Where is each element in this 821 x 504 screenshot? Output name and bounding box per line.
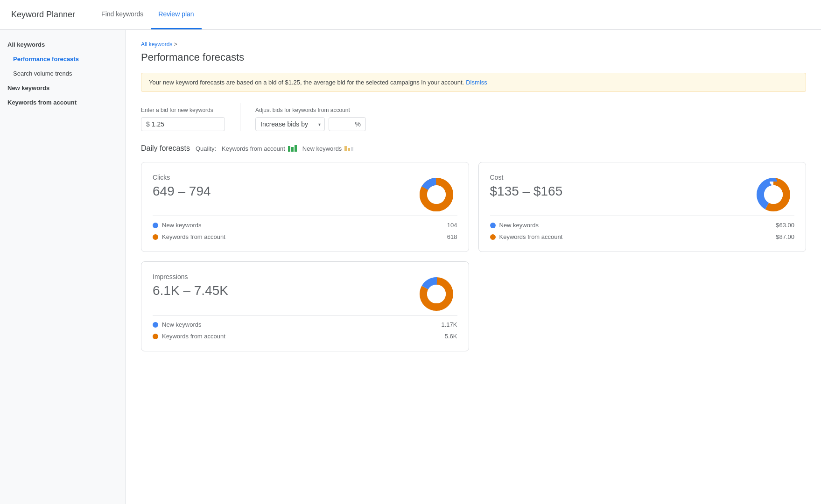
legend-new-bar-3 [351,147,353,151]
adjust-bid-label: Adjust bids for keywords from account [255,107,366,113]
sidebar-section-keywords-from-account[interactable]: Keywords from account [0,95,126,110]
sidebar-item-search-volume-trends[interactable]: Search volume trends [0,66,126,81]
sidebar-item-performance-forecasts[interactable]: Performance forecasts [0,52,126,66]
dot-orange-impressions-account [153,334,158,339]
percent-suffix: % [355,120,361,128]
bid-controls: Enter a bid for new keywords $ Adjust bi… [141,103,806,131]
cost-donut-svg [752,174,794,216]
cost-legend-left-account: Keywords from account [490,233,563,240]
cost-legend-row-account: Keywords from account $87.00 [490,233,795,240]
impressions-legend-left-new: New keywords [153,321,202,328]
impressions-donut-svg [415,273,457,315]
svg-point-3 [427,185,446,204]
svg-point-9 [427,285,446,303]
header-nav: Find keywords Review plan [94,0,202,29]
clicks-account-value: 618 [447,233,457,240]
clicks-label: Clicks [153,174,211,181]
quality-label: Quality: [196,145,216,152]
percent-input-wrapper: % [329,117,366,131]
impressions-account-value: 5.6K [445,333,457,340]
daily-forecasts-header: Daily forecasts Quality: Keywords from a… [141,144,806,153]
impressions-donut [415,273,457,315]
legend-bar-3 [295,145,297,152]
clicks-legend: New keywords 104 Keywords from account 6… [153,216,457,240]
new-keywords-bid-input[interactable] [152,120,220,128]
clicks-legend-left-new: New keywords [153,222,202,229]
legend-new-bar-2 [348,148,350,151]
app-title: Keyword Planner [11,10,75,20]
alert-banner: Your new keyword forecasts are based on … [141,73,806,92]
impressions-value: 6.1K – 7.45K [153,283,228,298]
cost-card-info: Cost $135 – $165 [490,174,563,208]
clicks-legend-row-new: New keywords 104 [153,222,457,229]
impressions-label: Impressions [153,273,228,280]
impressions-legend-row-new: New keywords 1.17K [153,321,457,328]
impressions-legend-row-account: Keywords from account 5.6K [153,333,457,340]
sidebar-section-new-keywords[interactable]: New keywords [0,81,126,95]
clicks-legend-row-account: Keywords from account 618 [153,233,457,240]
dismiss-link[interactable]: Dismiss [466,79,487,86]
adjust-bid-group: Adjust bids for keywords from account In… [255,107,366,131]
bid-controls-divider [240,103,240,131]
clicks-value: 649 – 794 [153,184,211,199]
cost-legend: New keywords $63.00 Keywords from accoun… [490,216,795,240]
legend-account-bars [288,145,297,152]
forecast-cards-grid: Clicks 649 – 794 [141,162,806,252]
clicks-card-top: Clicks 649 – 794 [153,174,457,216]
daily-forecasts-title: Daily forecasts [141,144,190,153]
legend-new-bar-1 [344,146,347,151]
dot-orange-clicks-account [153,234,158,240]
legend-bar-2 [291,147,294,152]
sidebar: All keywords Performance forecasts Searc… [0,30,126,504]
impressions-new-value: 1.17K [442,321,457,328]
impressions-new-label: New keywords [162,321,202,328]
svg-point-6 [764,185,783,204]
bid-prefix: $ [146,120,150,128]
clicks-account-label: Keywords from account [162,233,225,240]
cost-new-value: $63.00 [776,222,794,229]
cost-legend-left-new: New keywords [490,222,539,229]
impressions-legend: New keywords 1.17K Keywords from account… [153,315,457,340]
clicks-donut-svg [415,174,457,216]
cost-account-value: $87.00 [776,233,794,240]
cost-card: Cost $135 – $165 [478,162,807,252]
alert-text: Your new keyword forecasts are based on … [149,79,464,86]
dot-blue-impressions-new [153,322,158,328]
cost-new-label: New keywords [499,222,539,229]
legend-account: Keywords from account [222,145,297,152]
bottom-cards: Impressions 6.1K – 7.45K [141,261,806,351]
percent-input[interactable] [334,120,355,128]
adjust-bid-row: Increase bids by Decrease bids by Set bi… [255,117,366,131]
cost-label: Cost [490,174,563,181]
new-keywords-bid-input-wrapper: $ [141,117,225,131]
impressions-card-info: Impressions 6.1K – 7.45K [153,273,228,308]
main-content: All keywords > Performance forecasts You… [126,30,821,504]
dot-blue-cost-new [490,223,496,228]
main-layout: All keywords Performance forecasts Searc… [0,30,821,504]
legend-new: New keywords [302,145,354,152]
sidebar-section-all-keywords[interactable]: All keywords [0,37,126,52]
cost-legend-row-new: New keywords $63.00 [490,222,795,229]
cost-account-label: Keywords from account [499,233,563,240]
clicks-card-info: Clicks 649 – 794 [153,174,211,208]
legend-new-bars [344,146,353,151]
new-keywords-bid-label: Enter a bid for new keywords [141,107,225,113]
adjust-bid-select-wrapper[interactable]: Increase bids by Decrease bids by Set bi… [255,117,325,131]
clicks-new-label: New keywords [162,222,202,229]
breadcrumb: All keywords > [141,41,806,48]
clicks-new-value: 104 [447,222,457,229]
cost-value: $135 – $165 [490,184,563,199]
tab-find-keywords[interactable]: Find keywords [94,0,151,29]
legend-account-label: Keywords from account [222,145,285,152]
adjust-bid-select[interactable]: Increase bids by Decrease bids by Set bi… [256,118,324,131]
dot-blue-clicks-new [153,223,158,228]
dot-orange-cost-account [490,234,496,240]
breadcrumb-parent[interactable]: All keywords [141,41,172,48]
impressions-account-label: Keywords from account [162,333,225,340]
clicks-legend-left-account: Keywords from account [153,233,225,240]
cost-card-top: Cost $135 – $165 [490,174,795,216]
clicks-donut [415,174,457,216]
clicks-card: Clicks 649 – 794 [141,162,469,252]
tab-review-plan[interactable]: Review plan [151,0,201,29]
impressions-legend-left-account: Keywords from account [153,333,225,340]
